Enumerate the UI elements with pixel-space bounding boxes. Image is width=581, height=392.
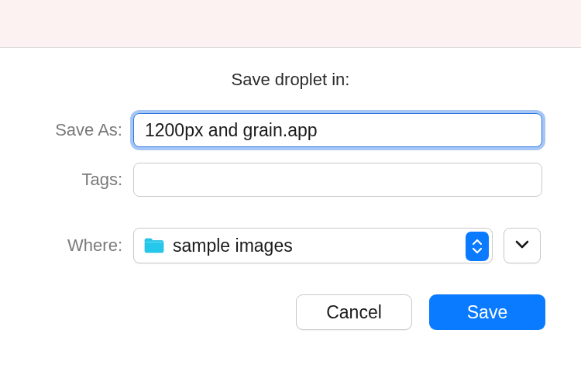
button-row: Cancel Save bbox=[36, 294, 545, 330]
where-row: Where: sample images bbox=[36, 228, 545, 263]
expand-button[interactable] bbox=[504, 228, 541, 263]
save-as-row: Save As: bbox=[36, 113, 545, 147]
header-bar bbox=[0, 0, 581, 48]
where-label: Where: bbox=[36, 236, 133, 256]
cancel-button[interactable]: Cancel bbox=[296, 294, 412, 330]
dialog-title: Save droplet in: bbox=[36, 70, 545, 90]
save-dialog: Save droplet in: Save As: Tags: Where: s… bbox=[0, 48, 581, 330]
where-select[interactable]: sample images bbox=[133, 228, 493, 263]
where-folder-name: sample images bbox=[173, 236, 293, 256]
save-as-input[interactable] bbox=[133, 113, 542, 147]
tags-label: Tags: bbox=[36, 170, 133, 190]
save-button[interactable]: Save bbox=[429, 294, 545, 330]
save-as-label: Save As: bbox=[36, 120, 133, 140]
tags-input[interactable] bbox=[133, 163, 542, 197]
tags-row: Tags: bbox=[36, 163, 545, 197]
updown-stepper-icon[interactable] bbox=[466, 232, 489, 261]
chevron-down-icon bbox=[515, 239, 529, 253]
folder-icon bbox=[143, 237, 165, 254]
